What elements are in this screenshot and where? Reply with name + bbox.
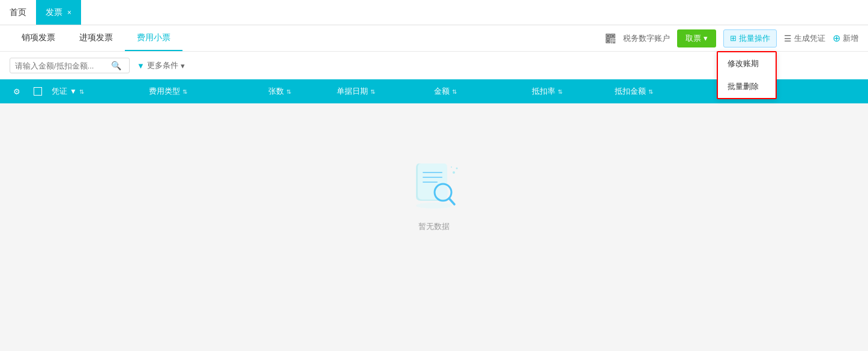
- search-icon[interactable]: 🔍: [111, 61, 121, 70]
- th-rate-label: 抵扣率: [532, 86, 555, 97]
- batch-ops-button[interactable]: ⊞ 批量操作: [723, 29, 777, 47]
- th-amount-label: 金额: [434, 86, 450, 97]
- th-type-label: 费用类型: [149, 86, 180, 97]
- gear-icon: ⚙: [13, 87, 20, 96]
- th-voucher-label: 凭证: [52, 86, 67, 97]
- th-voucher[interactable]: 凭证 ▼ ⇅: [47, 86, 144, 97]
- th-amount-sort-icon: ⇅: [452, 88, 457, 95]
- th-count-label: 张数: [268, 86, 284, 97]
- more-filter-button[interactable]: ▼ 更多条件 ▾: [137, 60, 185, 71]
- th-gear[interactable]: ⚙: [5, 87, 29, 96]
- th-type[interactable]: 费用类型 ⇅: [144, 86, 264, 97]
- svg-point-22: [456, 168, 458, 169]
- svg-rect-3: [612, 35, 614, 37]
- svg-rect-5: [607, 40, 609, 42]
- th-deduct-sort-icon: ⇅: [648, 88, 653, 95]
- th-date[interactable]: 单据日期 ⇅: [332, 86, 429, 97]
- filter-icon: ▼: [137, 61, 145, 70]
- svg-point-14: [416, 203, 452, 209]
- more-filter-label: 更多条件: [147, 60, 178, 71]
- th-check[interactable]: [29, 87, 47, 96]
- more-filter-arrow: ▾: [181, 61, 185, 70]
- toolbar: 税务数字账户 取票 ▾ ⊞ 批量操作 修改账期 批量删除 ☰ 生成凭证 ⊕ 新增: [605, 29, 858, 47]
- add-icon: ⊕: [833, 32, 840, 44]
- batch-delete-item[interactable]: 批量删除: [718, 75, 776, 98]
- invoice-tab-label: 发票: [46, 7, 62, 18]
- batch-ops-icon: ⊞: [730, 34, 737, 43]
- th-type-sort-icon: ⇅: [182, 88, 187, 95]
- svg-rect-9: [613, 40, 614, 41]
- svg-rect-1: [607, 35, 609, 37]
- empty-text: 暂无数据: [418, 221, 450, 232]
- svg-rect-11: [614, 40, 615, 41]
- sub-tabs-bar: 销项发票 进项发票 费用小票 税务数字账户: [0, 25, 868, 52]
- generate-voucher-button[interactable]: ☰ 生成凭证: [784, 33, 825, 44]
- th-date-sort-icon: ⇅: [370, 88, 375, 95]
- svg-point-21: [453, 171, 455, 174]
- take-invoice-arrow: ▾: [704, 34, 708, 43]
- th-count[interactable]: 张数 ⇅: [264, 86, 332, 97]
- tax-account-button[interactable]: 税务数字账户: [623, 33, 670, 44]
- svg-rect-12: [611, 42, 612, 43]
- svg-point-23: [451, 166, 452, 168]
- modify-period-item[interactable]: 修改账期: [718, 52, 776, 75]
- th-deduct-label: 抵扣金额: [615, 86, 646, 97]
- empty-illustration: [404, 151, 464, 212]
- tab-sales[interactable]: 销项发票: [10, 25, 67, 51]
- svg-point-19: [438, 187, 448, 198]
- batch-ops-wrapper: ⊞ 批量操作 修改账期 批量删除: [723, 29, 777, 47]
- search-wrap: 🔍: [10, 58, 130, 73]
- th-rate-sort-icon: ⇅: [558, 88, 562, 95]
- svg-rect-6: [611, 38, 612, 40]
- search-input[interactable]: [15, 61, 111, 70]
- batch-dropdown-menu: 修改账期 批量删除: [717, 51, 777, 99]
- top-nav: 首页 发票 ×: [0, 0, 868, 25]
- tab-expense[interactable]: 费用小票: [125, 25, 182, 51]
- svg-rect-7: [613, 38, 614, 40]
- qrcode-button[interactable]: [605, 33, 616, 44]
- th-rate[interactable]: 抵扣率 ⇅: [527, 86, 610, 97]
- empty-state: 暂无数据: [0, 103, 868, 256]
- th-deduct[interactable]: 抵扣金额 ⇅: [610, 86, 707, 97]
- add-label: 新增: [843, 33, 858, 44]
- voucher-icon: ☰: [784, 34, 792, 43]
- select-all-checkbox[interactable]: [34, 87, 42, 96]
- svg-rect-10: [614, 38, 615, 40]
- qrcode-icon: [605, 33, 616, 44]
- th-voucher-sort-icon: ⇅: [79, 88, 84, 95]
- close-icon[interactable]: ×: [67, 8, 71, 17]
- take-invoice-button[interactable]: 取票 ▾: [677, 29, 716, 47]
- th-date-label: 单据日期: [337, 86, 368, 97]
- svg-line-20: [449, 198, 454, 204]
- svg-rect-13: [613, 42, 616, 43]
- svg-rect-8: [611, 40, 612, 41]
- th-count-sort-icon: ⇅: [286, 88, 291, 95]
- th-amount[interactable]: 金额 ⇅: [429, 86, 526, 97]
- take-invoice-label: 取票: [686, 33, 701, 44]
- th-voucher-filter-icon: ▼: [70, 87, 77, 96]
- tab-purchase[interactable]: 进项发票: [67, 25, 125, 51]
- batch-ops-label: 批量操作: [739, 33, 770, 44]
- sub-tabs-left: 销项发票 进项发票 费用小票: [10, 25, 182, 51]
- add-button[interactable]: ⊕ 新增: [833, 32, 858, 44]
- voucher-label: 生成凭证: [794, 33, 825, 44]
- invoice-tab[interactable]: 发票 ×: [36, 0, 81, 25]
- home-tab[interactable]: 首页: [0, 0, 36, 25]
